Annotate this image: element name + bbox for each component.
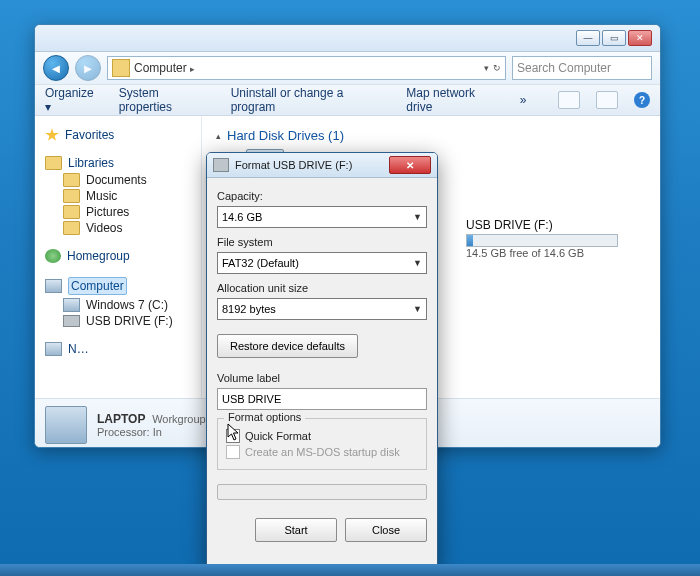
network-icon <box>45 342 62 356</box>
usb-space-bar <box>466 234 618 247</box>
preview-pane-button[interactable] <box>596 91 618 109</box>
star-icon <box>45 128 59 142</box>
network-header[interactable]: N… <box>45 342 197 356</box>
collapse-icon: ▴ <box>216 131 221 141</box>
hdd-section[interactable]: ▴ Hard Disk Drives (1) <box>216 128 646 143</box>
details-name: LAPTOP Workgroup: W <box>97 412 222 426</box>
capacity-select[interactable]: 14.6 GB ▼ <box>217 206 427 228</box>
search-input[interactable]: Search Computer <box>512 56 652 80</box>
title-bar: — ▭ ✕ <box>35 25 660 52</box>
address-row: ◄ ► Computer ▸ ▾ ↻ Search Computer <box>35 52 660 85</box>
help-icon[interactable]: ? <box>634 92 650 108</box>
overflow-button[interactable]: » <box>520 93 527 107</box>
volume-label-label: Volume label <box>217 372 427 384</box>
minimize-button[interactable]: — <box>576 30 600 46</box>
filesystem-value: FAT32 (Default) <box>222 257 299 269</box>
dialog-title: Format USB DRIVE (F:) <box>235 159 383 171</box>
folder-icon <box>63 189 80 203</box>
details-processor: Processor: In <box>97 426 222 438</box>
allocation-label: Allocation unit size <box>217 282 427 294</box>
chevron-down-icon: ▼ <box>413 258 422 268</box>
nav-drive-usb[interactable]: USB DRIVE (F:) <box>63 314 197 328</box>
checkbox-icon <box>226 445 240 459</box>
chevron-down-icon: ▼ <box>413 304 422 314</box>
filesystem-label: File system <box>217 236 427 248</box>
quick-format-checkbox[interactable]: Quick Format <box>226 429 418 443</box>
format-options-legend: Format options <box>224 411 305 423</box>
library-music[interactable]: Music <box>63 189 197 203</box>
uninstall-program-button[interactable]: Uninstall or change a program <box>231 86 391 114</box>
drive-usb-tile[interactable]: USB DRIVE (F:) 14.5 GB free of 14.6 GB <box>466 218 646 259</box>
computer-header[interactable]: Computer <box>45 277 197 295</box>
msdos-startup-checkbox: Create an MS-DOS startup disk <box>226 445 418 459</box>
maximize-button[interactable]: ▭ <box>602 30 626 46</box>
folder-icon <box>63 173 80 187</box>
close-button[interactable]: ✕ <box>628 30 652 46</box>
restore-defaults-button[interactable]: Restore device defaults <box>217 334 358 358</box>
computer-icon <box>45 279 62 293</box>
homegroup-icon <box>45 249 61 263</box>
back-button[interactable]: ◄ <box>43 55 69 81</box>
computer-icon <box>112 59 130 77</box>
organize-menu[interactable]: Organize ▾ <box>45 86 103 114</box>
address-text: Computer ▸ <box>134 61 480 75</box>
library-pictures[interactable]: Pictures <box>63 205 197 219</box>
allocation-select[interactable]: 8192 bytes ▼ <box>217 298 427 320</box>
libraries-icon <box>45 156 62 170</box>
start-button[interactable]: Start <box>255 518 337 542</box>
volume-label-value: USB DRIVE <box>222 393 281 405</box>
usb-drive-name: USB DRIVE (F:) <box>466 218 618 232</box>
map-network-drive-button[interactable]: Map network drive <box>406 86 503 114</box>
navigation-pane: Favorites Libraries Documents Music Pict… <box>35 116 202 398</box>
close-dialog-button[interactable]: Close <box>345 518 427 542</box>
usb-space-text: 14.5 GB free of 14.6 GB <box>466 247 618 259</box>
capacity-value: 14.6 GB <box>222 211 262 223</box>
volume-label-input[interactable]: USB DRIVE <box>217 388 427 410</box>
folder-icon <box>63 205 80 219</box>
address-dropdown-icon[interactable]: ▾ <box>484 63 489 73</box>
format-dialog: Format USB DRIVE (F:) ✕ Capacity: 14.6 G… <box>206 152 438 570</box>
format-progress-bar <box>217 484 427 500</box>
library-videos[interactable]: Videos <box>63 221 197 235</box>
capacity-label: Capacity: <box>217 190 427 202</box>
view-options-button[interactable] <box>558 91 580 109</box>
usb-icon <box>63 315 80 327</box>
computer-large-icon <box>45 406 87 444</box>
dialog-body: Capacity: 14.6 GB ▼ File system FAT32 (D… <box>207 178 437 512</box>
chevron-down-icon: ▼ <box>413 212 422 222</box>
filesystem-select[interactable]: FAT32 (Default) ▼ <box>217 252 427 274</box>
system-properties-button[interactable]: System properties <box>119 86 215 114</box>
library-documents[interactable]: Documents <box>63 173 197 187</box>
search-placeholder: Search Computer <box>517 61 611 75</box>
dialog-title-bar[interactable]: Format USB DRIVE (F:) ✕ <box>207 153 437 178</box>
address-bar[interactable]: Computer ▸ ▾ ↻ <box>107 56 506 80</box>
drive-icon <box>63 298 80 312</box>
homegroup-header[interactable]: Homegroup <box>45 249 197 263</box>
dialog-actions: Start Close <box>207 512 437 552</box>
format-options-group: Format options Quick Format Create an MS… <box>217 418 427 470</box>
libraries-header[interactable]: Libraries <box>45 156 197 170</box>
allocation-value: 8192 bytes <box>222 303 276 315</box>
dialog-close-button[interactable]: ✕ <box>389 156 431 174</box>
command-bar: Organize ▾ System properties Uninstall o… <box>35 85 660 116</box>
forward-button[interactable]: ► <box>75 55 101 81</box>
usb-icon <box>213 158 229 172</box>
taskbar[interactable] <box>0 564 700 576</box>
folder-icon <box>63 221 80 235</box>
refresh-icon[interactable]: ↻ <box>493 63 501 73</box>
nav-drive-c[interactable]: Windows 7 (C:) <box>63 298 197 312</box>
favorites-header[interactable]: Favorites <box>45 128 197 142</box>
checkbox-icon <box>226 429 240 443</box>
